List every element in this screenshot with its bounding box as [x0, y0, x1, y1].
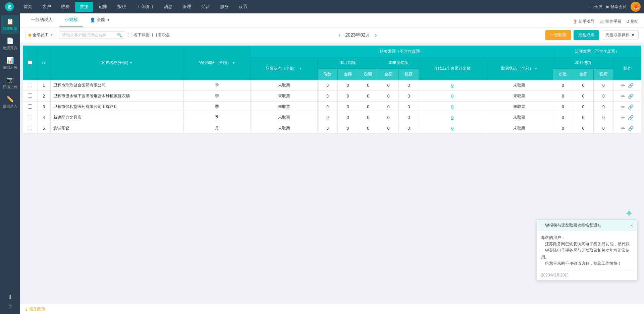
purchase-status-cell: 未取票 — [486, 112, 553, 123]
toolbar-right-actions: 一键取票 无盘取票 无盘取票操作 ▼ — [545, 30, 639, 40]
filter-icon[interactable]: ▼ — [534, 67, 538, 70]
action-cell: ✏ 🔗 — [614, 102, 641, 112]
help-icon[interactable]: ? — [8, 304, 12, 311]
tab-small-scale[interactable]: 小规模 — [59, 13, 83, 27]
user-avatar[interactable]: 🦊 — [631, 2, 641, 12]
top-navigation: 易 首页 客户 收费 票据 记账 报税 工商项目 消息 管理 经营 服务 设置 … — [0, 0, 644, 13]
edit-icon[interactable]: ✏ — [621, 115, 625, 120]
sidebar-item-invoice-entry[interactable]: ✏️ 票据录入 — [1, 93, 19, 112]
filter-icon[interactable]: ▼ — [129, 61, 132, 65]
notification-popup: ✦ 一键报税与无盘取票功能恢复通知 × 尊敬的用户： 江苏政务网已恢复访问电子税… — [537, 219, 637, 280]
sidebar-item-invoice-issue[interactable]: 📄 发票开具 — [1, 35, 19, 53]
row-checkbox[interactable] — [28, 115, 32, 119]
nav-item-operation[interactable]: 经营 — [197, 2, 215, 12]
12month-header: 连续12个月累计金额 — [419, 57, 486, 80]
settings-header[interactable]: ⚙ — [37, 46, 50, 80]
employee-select[interactable]: 全部员工 ▼ — [25, 31, 56, 39]
sale-month-amount-cell: 0 — [338, 102, 358, 112]
download-icon[interactable]: ⬇ — [8, 294, 13, 301]
table-row: 1 卫辉市玖玖健合医药有限公司 季 未取票 0 0 0 0 0 0 未取票 0 … — [23, 80, 641, 91]
bottom-bar: ℹ 税务政策 — [20, 304, 644, 314]
filter-taxdisk-checkbox[interactable] — [152, 33, 157, 37]
select-all-checkbox[interactable] — [28, 60, 32, 65]
notification-date: 2023年3月20日 — [537, 270, 637, 280]
sidebar-item-scan-upload[interactable]: 📷 扫描上传 — [1, 73, 19, 92]
row-checkbox[interactable] — [28, 93, 32, 98]
filter-account-checkbox[interactable] — [128, 33, 132, 37]
app-logo: 易 — [3, 1, 15, 13]
dot-icon — [29, 34, 31, 37]
row-checkbox[interactable] — [28, 104, 32, 109]
sidebar-item-smart-ticket[interactable]: 📋 智能取票 — [1, 15, 19, 34]
row-checkbox-cell — [23, 91, 38, 102]
nav-item-business[interactable]: 工商项目 — [131, 2, 158, 12]
new-guide-button[interactable]: ❓ 新手引导 — [573, 19, 595, 24]
nav-item-home[interactable]: 首页 — [19, 2, 37, 12]
invoice-table: ⚙ 客户名称(全部) ▼ 纳税期限（全部） ▼ — [23, 46, 641, 134]
period-cell: 月 — [184, 123, 251, 134]
filter-icon[interactable]: ▼ — [232, 61, 235, 65]
action-header: 操作 — [614, 57, 641, 80]
sale-month-tax-cell: 0 — [358, 123, 378, 134]
edit-icon[interactable]: ✏ — [621, 93, 625, 99]
edit-icon[interactable]: ✏ — [621, 83, 625, 88]
tab-general-taxpayer[interactable]: 一般纳税人 — [25, 13, 58, 27]
purchase-month-qty-cell: 0 — [553, 123, 573, 134]
one-click-ticket-button[interactable]: 一键取票 — [545, 30, 571, 40]
detail-icon[interactable]: 🔗 — [628, 104, 634, 110]
period-prev-button[interactable]: ‹ — [337, 32, 342, 39]
manual-button[interactable]: 📖 操作手册 — [599, 19, 622, 24]
period-next-button[interactable]: › — [373, 32, 379, 39]
nav-item-settings[interactable]: 设置 — [234, 2, 252, 12]
sale-month-qty-cell: 0 — [317, 123, 338, 134]
purchase-status-cell: 未取票 — [486, 80, 553, 91]
purchase-month-amount-cell: 0 — [573, 102, 594, 112]
nav-item-management[interactable]: 管理 — [178, 2, 196, 12]
nav-item-tax[interactable]: 报税 — [113, 2, 131, 12]
notification-close-button[interactable]: × — [630, 223, 633, 228]
purchase-invoice-header: 进项发票（不含作废票） — [553, 46, 641, 57]
filter-icon[interactable]: ▼ — [299, 67, 302, 70]
tab-all[interactable]: 👤 全能 ▼ — [85, 13, 115, 27]
row-checkbox[interactable] — [28, 83, 32, 87]
tax-policy-link[interactable]: 税务政策 — [29, 306, 45, 312]
search-input[interactable] — [62, 33, 116, 38]
member-button[interactable]: ▶ 畅享会员 — [606, 4, 627, 10]
period-navigation: ‹ 2023年02月 › — [337, 32, 379, 39]
edit-icon[interactable]: ✏ — [621, 126, 625, 131]
filter-taxdisk-label[interactable]: 有税盘 — [152, 32, 170, 38]
purchase-month-amount-cell: 0 — [573, 112, 594, 123]
fullscreen-button[interactable]: ⛶ 全屏 — [589, 4, 602, 10]
nav-item-bookkeeping[interactable]: 记账 — [94, 2, 112, 12]
left-sidebar: 📋 智能取票 📄 发票开具 📊 票据汇总 📷 扫描上传 ✏️ 票据录入 ⬇ ? — [0, 13, 20, 314]
purchase-month-tax-cell: 0 — [593, 80, 614, 91]
row-checkbox[interactable] — [28, 126, 32, 130]
sale-month-amount-header: 金额 — [338, 69, 358, 80]
nav-item-message[interactable]: 消息 — [159, 2, 177, 12]
notification-header: 一键报税与无盘取票功能恢复通知 × — [537, 220, 637, 231]
nav-item-client[interactable]: 客户 — [38, 2, 56, 12]
filter-account-label[interactable]: 名下账套 — [128, 32, 150, 38]
detail-icon[interactable]: 🔗 — [628, 126, 634, 131]
sale-quarter-tax-header: 税额 — [398, 69, 419, 80]
no-disk-ops-button[interactable]: 无盘取票操作 ▼ — [602, 30, 639, 40]
search-icon[interactable]: 🔍 — [117, 33, 122, 38]
invoice-issue-icon: 📄 — [6, 37, 14, 45]
edit-icon[interactable]: ✏ — [621, 104, 625, 110]
row-checkbox-cell — [23, 123, 38, 134]
detail-icon[interactable]: 🔗 — [628, 93, 634, 99]
nav-item-service[interactable]: 服务 — [215, 2, 233, 12]
checkbox-header — [23, 46, 38, 80]
detail-icon[interactable]: 🔗 — [628, 83, 634, 88]
no-disk-ticket-button[interactable]: 无盘取票 — [574, 30, 599, 40]
sale-quarter-amount-cell: 0 — [378, 80, 399, 91]
nav-item-charge[interactable]: 收费 — [56, 2, 74, 12]
detail-icon[interactable]: 🔗 — [628, 115, 634, 120]
sidebar-item-invoice-summary[interactable]: 📊 票据汇总 — [1, 54, 19, 73]
nav-item-invoice[interactable]: 票据 — [75, 2, 93, 12]
purchase-status-cell: 未取票 — [486, 102, 553, 112]
refresh-button[interactable]: ↺ 刷新 — [626, 19, 639, 24]
sale-month-amount-cell: 0 — [338, 112, 358, 123]
period-cell: 季 — [184, 112, 251, 123]
sale-12month-cell: 0 — [419, 123, 486, 134]
